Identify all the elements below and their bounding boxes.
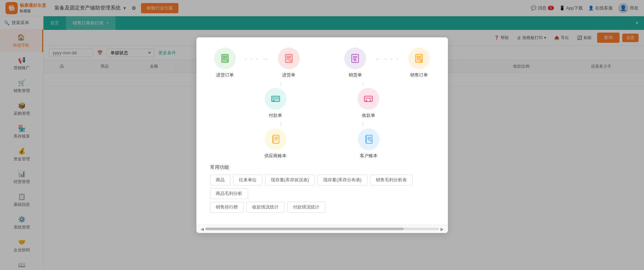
svg-rect-10 xyxy=(364,97,372,99)
svg-point-11 xyxy=(366,100,367,101)
payment-in-circle xyxy=(358,88,379,110)
func-btn-counterparty[interactable]: 往来单位 xyxy=(233,175,262,185)
func-btn-stock-distribution[interactable]: 现存量(库存分布表) xyxy=(317,175,367,185)
sales-order-circle xyxy=(408,48,430,69)
common-functions-title: 常用功能 xyxy=(210,164,434,175)
scroll-bar-container[interactable] xyxy=(205,228,439,230)
scroll-left-arrow[interactable]: ◀ xyxy=(199,227,205,232)
purchase-order-circle xyxy=(214,48,236,69)
func-btn-product[interactable]: 商品 xyxy=(210,175,230,185)
sales-slip-circle xyxy=(344,48,366,69)
customer-ledger-circle xyxy=(358,128,380,150)
func-btn-sales-ranking[interactable]: 销售排行榜 xyxy=(210,202,244,213)
common-functions: 常用功能 商品 往来单位 现存量(库存状况表) 现存量(库存分布表) 销售毛利分… xyxy=(210,164,434,218)
supplier-ledger-circle xyxy=(265,128,286,150)
function-buttons-row2: 销售排行榜 收款情况统计 付款情况统计 xyxy=(210,202,434,213)
flow-customer-ledger: 客户账本 xyxy=(358,128,380,159)
arrow-down-payment-in: ↓ xyxy=(352,120,374,127)
flow-payment-out: 付款单 xyxy=(265,88,286,119)
func-btn-payment-stats[interactable]: 收款情况统计 xyxy=(246,202,284,213)
svg-rect-13 xyxy=(272,136,274,143)
payment-in-label: 收款单 xyxy=(362,112,375,119)
payment-out-label: 付款单 xyxy=(269,112,282,119)
arrow-down-purchase: ↓ xyxy=(270,79,292,87)
flow-purchase-slip: 进货单 xyxy=(278,48,300,78)
arrow-sales-order-to-slip: ← - - - xyxy=(375,56,399,63)
func-btn-stock-status[interactable]: 现存量(库存状况表) xyxy=(265,175,315,185)
purchase-order-label: 进货订单 xyxy=(216,72,234,78)
popup-overlay[interactable]: 进货订单 - - - → xyxy=(0,0,644,270)
popup-content: 进货订单 - - - → xyxy=(196,37,448,225)
purchase-slip-label: 进货单 xyxy=(282,72,295,78)
func-btn-product-margin[interactable]: 商品毛利分析 xyxy=(210,188,248,199)
payment-out-circle xyxy=(265,88,286,110)
arrow-down-sales: ↓ xyxy=(352,79,374,87)
popup-dialog: 进货订单 - - - → xyxy=(196,37,448,233)
svg-point-8 xyxy=(273,100,274,101)
supplier-ledger-label: 供应商账本 xyxy=(264,153,286,159)
flow-sales-slip: 销货单 xyxy=(344,48,366,78)
svg-rect-1 xyxy=(285,54,292,62)
flow-sales-order: 销售订单 xyxy=(408,48,430,78)
customer-ledger-label: 客户账本 xyxy=(360,153,378,159)
function-buttons-row1: 商品 往来单位 现存量(库存状况表) 现存量(库存分布表) 销售毛利分析表 商品… xyxy=(210,175,434,199)
sales-order-label: 销售订单 xyxy=(410,72,428,78)
svg-rect-15 xyxy=(365,136,367,143)
arrow-purchase-order-to-slip: - - - → xyxy=(245,56,269,63)
svg-rect-12 xyxy=(273,135,279,143)
func-btn-payment-out-stats[interactable]: 付款情况统计 xyxy=(287,202,325,213)
svg-point-5 xyxy=(420,59,422,62)
arrow-down-payment-out: ↓ xyxy=(270,120,292,127)
svg-rect-0 xyxy=(222,54,228,62)
svg-rect-7 xyxy=(272,97,280,99)
svg-rect-14 xyxy=(366,135,372,143)
popup-scrollbar-row: ◀ ▶ xyxy=(196,225,448,233)
sales-slip-label: 销货单 xyxy=(349,72,362,78)
flow-payment-in: 收款单 xyxy=(358,88,379,119)
flow-diagram: 进货订单 - - - → xyxy=(210,48,434,159)
svg-rect-3 xyxy=(354,59,356,61)
flow-purchase-order: 进货订单 xyxy=(214,48,236,78)
scroll-bar-thumb xyxy=(205,228,404,230)
func-btn-sales-margin[interactable]: 销售毛利分析表 xyxy=(370,175,413,185)
scroll-right-arrow[interactable]: ▶ xyxy=(439,227,445,232)
flow-supplier-ledger: 供应商账本 xyxy=(264,128,286,159)
purchase-slip-circle xyxy=(278,48,300,69)
